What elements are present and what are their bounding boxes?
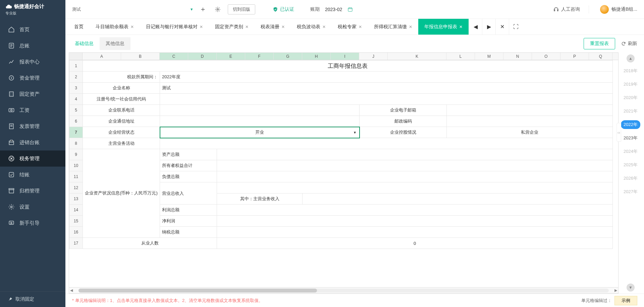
tab-close-all[interactable]: ✕ <box>495 19 509 35</box>
year-2020年[interactable]: 2020年 <box>621 93 640 102</box>
year-2027年[interactable]: 2027年 <box>621 187 640 196</box>
holding-value[interactable]: 私营企业 <box>447 127 613 138</box>
col-header-Q[interactable]: Q <box>589 53 612 60</box>
switch-old-version-button[interactable]: 切到旧版 <box>228 4 255 14</box>
year-up-button[interactable]: ▲ <box>627 54 635 62</box>
company-name-value[interactable]: 测试 <box>160 83 613 94</box>
horizontal-scrollbar[interactable]: ◀ ▶ <box>69 287 618 293</box>
tab-2[interactable]: 日记账与银行对账单核对✕ <box>140 19 209 35</box>
close-icon[interactable]: ✕ <box>322 25 326 29</box>
asset-row-value[interactable] <box>217 160 613 171</box>
tab-6[interactable]: 税检专家✕ <box>332 19 368 35</box>
year-down-button[interactable]: ▼ <box>627 283 635 292</box>
biz-status-dropdown[interactable]: 开业▼ <box>160 127 360 138</box>
nav-item-inventory[interactable]: 进销台账 <box>0 134 65 150</box>
col-header-F[interactable]: F <box>245 53 274 60</box>
asset-row-value[interactable] <box>217 182 613 193</box>
nav-item-archive[interactable]: 归档管理 <box>0 183 65 199</box>
nav-item-building[interactable]: 固定资产 <box>0 86 65 102</box>
close-icon[interactable]: ✕ <box>359 25 362 29</box>
asset-row-value[interactable] <box>217 205 613 216</box>
year-2019年[interactable]: 2019年 <box>621 80 640 89</box>
tab-1[interactable]: 斗目辅助余额表✕ <box>90 19 140 35</box>
nav-item-home[interactable]: 首页 <box>0 21 65 38</box>
tab-5[interactable]: 税负波动表✕ <box>291 19 332 35</box>
nav-item-settings[interactable]: 设置 <box>0 199 65 215</box>
employee-count-value[interactable]: 0 <box>217 238 613 249</box>
tab-scroll-left[interactable]: ◀ <box>469 19 482 35</box>
refresh-button[interactable]: 刷新 <box>621 41 637 47</box>
col-header-M[interactable]: M <box>475 53 503 60</box>
phone-value[interactable] <box>160 105 360 116</box>
scroll-left-icon[interactable]: ◀ <box>69 288 74 293</box>
sub-revenue-value[interactable] <box>303 193 613 205</box>
grid[interactable]: 1工商年报信息表2税款所属期间：2022年度3企业名称测试4注册号/统一社会信用… <box>69 60 618 287</box>
tab-3[interactable]: 固定资产类别✕ <box>209 19 255 35</box>
subtab-0[interactable]: 基础信息 <box>69 37 100 50</box>
pin-toggle[interactable]: 取消固定 <box>0 291 65 307</box>
year-2023年[interactable]: 2023年 <box>621 134 640 142</box>
address-value[interactable] <box>160 116 360 127</box>
close-icon[interactable]: ✕ <box>200 25 203 29</box>
col-header-A[interactable]: A <box>83 53 121 60</box>
reg-code-value[interactable] <box>160 94 613 105</box>
year-2025年[interactable]: 2025年 <box>621 161 640 169</box>
nav-item-invoice[interactable]: 发票管理 <box>0 118 65 134</box>
nav-item-payroll[interactable]: 工资 <box>0 102 65 118</box>
nav-item-chart[interactable]: 报表中心 <box>0 54 65 70</box>
reset-report-button[interactable]: 重置报表 <box>584 38 615 49</box>
year-2018年[interactable]: 2018年 <box>621 67 640 75</box>
tab-fullscreen[interactable]: ⛶ <box>509 19 522 35</box>
scroll-right-icon[interactable]: ▶ <box>613 288 618 293</box>
col-header-L[interactable]: L <box>446 53 475 60</box>
year-2021年[interactable]: 2021年 <box>621 107 640 116</box>
col-header-B[interactable]: B <box>121 53 160 60</box>
asset-row-value[interactable] <box>217 216 613 227</box>
support-button[interactable]: 人工咨询 <box>553 6 580 12</box>
col-header-J[interactable]: J <box>359 53 388 60</box>
col-header-G[interactable]: G <box>274 53 302 60</box>
tab-8[interactable]: 年报信息申报表✕ <box>418 19 469 35</box>
spreadsheet[interactable]: ABCDEFGHIJKLMNOPQ 1工商年报信息表2税款所属期间：2022年度… <box>69 52 619 294</box>
year-2026年[interactable]: 2026年 <box>621 174 640 183</box>
account-selector[interactable]: 测试 ▾ <box>72 5 193 14</box>
nav-item-ledger[interactable]: 总账 <box>0 38 65 54</box>
asset-row-value[interactable] <box>217 227 613 238</box>
main-biz-value[interactable] <box>160 138 613 149</box>
nav-item-closing[interactable]: 结账 <box>0 167 65 183</box>
calendar-icon[interactable] <box>347 7 353 12</box>
col-header-H[interactable]: H <box>302 53 331 60</box>
nav-item-tax[interactable]: 税务管理 <box>0 150 65 167</box>
postcode-value[interactable] <box>447 116 613 127</box>
asset-row-value[interactable] <box>217 171 613 182</box>
nav-item-money[interactable]: ¥资金管理 <box>0 70 65 86</box>
nav-item-guide[interactable]: 新手引导 <box>0 215 65 231</box>
email-value[interactable] <box>447 105 613 116</box>
col-header-I[interactable]: I <box>331 53 359 60</box>
col-header-D[interactable]: D <box>188 53 217 60</box>
tab-0[interactable]: 首页 <box>68 19 90 35</box>
select-all-corner[interactable] <box>69 53 83 60</box>
tab-4[interactable]: 税表清册✕ <box>255 19 291 35</box>
col-header-C[interactable]: C <box>160 53 188 60</box>
col-header-E[interactable]: E <box>217 53 245 60</box>
close-icon[interactable]: ✕ <box>130 25 134 29</box>
close-icon[interactable]: ✕ <box>459 25 463 29</box>
col-header-N[interactable]: N <box>503 53 532 60</box>
col-header-K[interactable]: K <box>388 53 446 60</box>
period-value[interactable]: 2022年度 <box>160 72 613 83</box>
user-menu[interactable]: 畅捷通B组... <box>600 5 637 14</box>
close-icon[interactable]: ✕ <box>245 25 249 29</box>
tab-scroll-right[interactable]: ▶ <box>482 19 495 35</box>
close-icon[interactable]: ✕ <box>409 25 412 29</box>
add-button[interactable] <box>198 5 208 14</box>
asset-row-value[interactable] <box>217 149 613 160</box>
col-header-O[interactable]: O <box>532 53 560 60</box>
tab-7[interactable]: 所得税汇算清缴✕ <box>368 19 418 35</box>
close-icon[interactable]: ✕ <box>281 25 285 29</box>
subtab-1[interactable]: 其他信息 <box>100 37 130 50</box>
col-header-P[interactable]: P <box>560 53 589 60</box>
year-2022年[interactable]: 2022年 <box>621 120 640 129</box>
rail-collapse-handle[interactable]: ‹‹ <box>616 123 621 142</box>
period-value[interactable]: 2023-02 <box>325 7 342 12</box>
